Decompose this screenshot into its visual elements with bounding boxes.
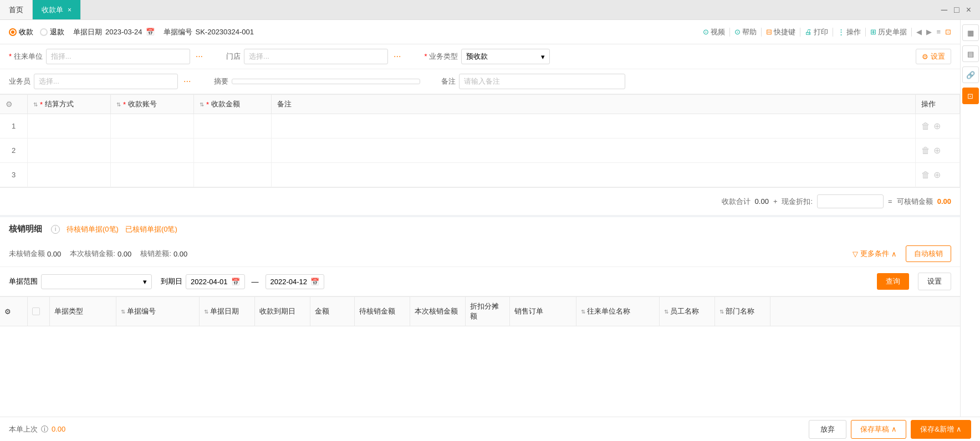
discount-input[interactable] [817, 194, 884, 208]
close-button[interactable]: × [966, 5, 971, 15]
pending-tab[interactable]: 待核销单据(0笔) [67, 224, 119, 234]
staff-input[interactable]: 选择... [34, 74, 178, 89]
abandon-button[interactable]: 放弃 [809, 420, 846, 439]
date-to-input[interactable]: 2022-04-12 📅 [266, 274, 325, 289]
unreconciled-value: 0.00 [47, 250, 61, 258]
number-label: 单据编号 [164, 27, 192, 37]
row-3-copy-icon[interactable]: ⊕ [933, 170, 941, 180]
th-settings[interactable]: ⚙ [0, 95, 28, 114]
sort-icon-dept: ⇅ [719, 309, 724, 315]
grid-icon[interactable]: ≡ [936, 28, 941, 36]
counterpart-input[interactable]: 指择... [46, 49, 190, 64]
nav-prev[interactable]: ◀ [916, 28, 922, 36]
bottom-gear-icon[interactable]: ⚙ [4, 307, 11, 316]
staff-label: 业务员 [9, 76, 30, 86]
operation-button[interactable]: ⋮ 操作 [838, 27, 861, 37]
more-conditions-btn[interactable]: ▽ 更多条件 ∧ [853, 249, 897, 259]
chevron-down-icon: ▾ [541, 53, 545, 61]
table-row: 1 🗑 ⊕ [0, 114, 960, 139]
query-button[interactable]: 查询 [877, 273, 909, 290]
row-1-amount[interactable] [194, 114, 272, 138]
date-from-input[interactable]: 2022-04-01 📅 [186, 274, 245, 289]
shortcut-button[interactable]: ⊟ 快捷键 [766, 27, 795, 37]
unreconciled-stat: 未核销金额 0.00 [9, 249, 61, 259]
total-label: 收款合计 [722, 197, 751, 207]
store-more-btn[interactable]: ··· [391, 52, 403, 61]
done-tab[interactable]: 已核销单据(0笔) [125, 224, 177, 234]
settings-button[interactable]: ⚙ 设置 [916, 49, 951, 64]
auto-reconcile-btn[interactable]: 自动核销 [906, 245, 951, 262]
diff-stat: 核销差额: 0.00 [140, 249, 187, 259]
save-new-button[interactable]: 保存&新增 ∧ [911, 420, 971, 439]
toolbar-actions: ⊙ 视频 ⊙ 帮助 ⊟ 快捷键 🖨 打印 [703, 27, 951, 37]
video-icon: ⊙ [703, 28, 709, 36]
history-button[interactable]: ⊞ 历史单据 [870, 27, 907, 37]
nav-next[interactable]: ▶ [926, 28, 932, 36]
summary-input[interactable] [232, 79, 420, 84]
current-stat: 本次核销金额: 0.00 [70, 249, 131, 259]
row-3-settle[interactable] [28, 163, 111, 187]
business-type-select[interactable]: 预收款 ▾ [461, 49, 550, 64]
select-all-checkbox[interactable] [32, 307, 40, 315]
bottom-th-pending: 待核销金额 [355, 297, 410, 326]
maximize-button[interactable]: □ [954, 5, 959, 15]
row-3-amount[interactable] [194, 163, 272, 187]
tab-home[interactable]: 首页 [0, 0, 33, 19]
table-settings-icon[interactable]: ⚙ [6, 100, 13, 109]
minimize-button[interactable]: ─ [941, 5, 947, 15]
row-1-copy-icon[interactable]: ⊕ [933, 121, 941, 131]
radio-receipt[interactable]: 收款 [9, 27, 33, 37]
row-2-actions: 🗑 ⊕ [916, 139, 960, 162]
remark-input[interactable]: 请输入备注 [459, 74, 625, 89]
sort-icon-settle: ⇅ [33, 101, 38, 107]
sidebar-link-btn[interactable]: 🔗 [962, 66, 979, 83]
calendar-icon[interactable]: 📅 [146, 28, 155, 36]
range-select[interactable]: ▾ [41, 274, 152, 289]
row-2-copy-icon[interactable]: ⊕ [933, 145, 941, 156]
plus-sign: + [773, 197, 778, 206]
bottom-th-checkbox[interactable] [28, 297, 50, 326]
summary-field: 摘要 [214, 76, 420, 86]
bottom-th-counterpart: ⇅ 往来单位名称 [576, 297, 660, 326]
store-input[interactable]: 选择... [244, 49, 388, 64]
sort-icon-staff: ⇅ [664, 309, 668, 315]
stats-row: 未核销金额 0.00 本次核销金额: 0.00 核销差额: 0.00 ▽ 更多条… [0, 241, 960, 267]
receipt-table: ⚙ ⇅ * 结算方式 ⇅ * 收款账号 ⇅ * 收款金额 [0, 94, 960, 187]
tab-close-icon[interactable]: × [68, 6, 72, 14]
row-1-delete-icon[interactable]: 🗑 [921, 121, 930, 131]
row-2-amount[interactable] [194, 139, 272, 162]
row-2-remark[interactable] [272, 139, 916, 162]
tab-receipt[interactable]: 收款单 × [33, 0, 81, 19]
table-settings-btn[interactable]: 设置 [918, 273, 951, 290]
bottom-th-staff: ⇅ 员工名称 [660, 297, 715, 326]
divider-6 [911, 28, 912, 37]
bottom-th-discount: 折扣分摊额 [466, 297, 510, 326]
save-draft-button[interactable]: 保存草稿 ∧ [851, 420, 906, 439]
row-2-account[interactable] [111, 139, 194, 162]
help-button[interactable]: ⊙ 帮助 [734, 27, 757, 37]
sidebar-table-btn[interactable]: ▦ [962, 24, 979, 41]
row-3-remark[interactable] [272, 163, 916, 187]
row-2-delete-icon[interactable]: 🗑 [921, 146, 930, 156]
bottom-th-settings[interactable]: ⚙ [0, 297, 28, 326]
print-button[interactable]: 🖨 打印 [805, 27, 828, 37]
row-1-account[interactable] [111, 114, 194, 138]
sort-icon-counterpart: ⇅ [581, 309, 585, 315]
footer-info-icon: ⓘ [41, 424, 48, 434]
row-1-settle[interactable] [28, 114, 111, 138]
layout-icon[interactable]: ⊡ [945, 28, 951, 36]
radio-refund[interactable]: 退款 [40, 27, 64, 37]
staff-more-btn[interactable]: ··· [181, 76, 193, 86]
sidebar-scan-btn[interactable]: ⊡ [962, 88, 979, 104]
row-1-remark[interactable] [272, 114, 916, 138]
remark-label: 备注 [441, 76, 456, 86]
row-3-delete-icon[interactable]: 🗑 [921, 170, 930, 180]
video-button[interactable]: ⊙ 视频 [703, 27, 725, 37]
row-3-account[interactable] [111, 163, 194, 187]
form-panel: 收款 退款 单据日期 2023-03-24 📅 单据编号 SK-20230324… [0, 20, 960, 441]
sidebar-doc-btn[interactable]: ▤ [962, 45, 979, 62]
range-label: 单据范围 [9, 276, 38, 286]
row-2-settle[interactable] [28, 139, 111, 162]
divider-5 [865, 28, 866, 37]
counterpart-more-btn[interactable]: ··· [193, 52, 205, 61]
